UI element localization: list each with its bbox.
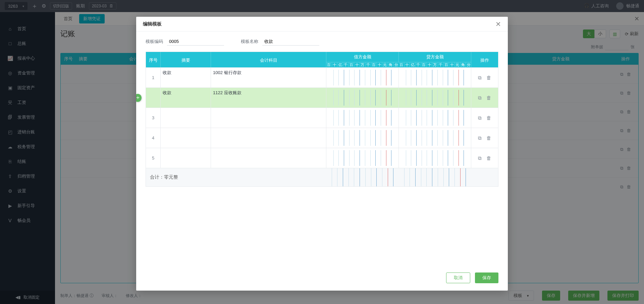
- template-code-label: 模板编码: [146, 39, 163, 45]
- template-code-input[interactable]: [167, 38, 224, 46]
- unit-label: 十: [332, 62, 338, 67]
- row-subject[interactable]: [211, 108, 326, 128]
- row-subject[interactable]: [211, 148, 326, 168]
- row-debit[interactable]: [326, 68, 399, 87]
- delete-row-icon[interactable]: 🗑: [486, 115, 491, 121]
- col-seq: 序号: [146, 52, 161, 67]
- row-credit[interactable]: [399, 88, 471, 108]
- unit-label: 分: [466, 62, 471, 67]
- row-debit[interactable]: [326, 128, 399, 148]
- template-name-input[interactable]: [262, 38, 319, 46]
- unit-label: 百: [399, 62, 405, 67]
- template-row[interactable]: 4⧉🗑: [146, 128, 498, 148]
- unit-label: 亿: [337, 62, 343, 67]
- unit-label: 亿: [410, 62, 416, 67]
- copy-row-icon[interactable]: ⧉: [478, 75, 482, 81]
- template-row[interactable]: 3⧉🗑: [146, 108, 498, 128]
- template-row[interactable]: ＋收款1122 应收账款⧉🗑: [146, 87, 498, 108]
- unit-label: 角: [461, 62, 466, 67]
- copy-row-icon[interactable]: ⧉: [478, 115, 482, 121]
- row-subject[interactable]: 1122 应收账款: [211, 88, 326, 108]
- col-deb: 借方金额: [326, 52, 399, 62]
- template-row[interactable]: 1收款1002 银行存款⧉🗑: [146, 67, 498, 87]
- unit-label: 元: [382, 62, 388, 67]
- copy-row-icon[interactable]: ⧉: [478, 155, 482, 161]
- row-debit[interactable]: [326, 108, 399, 128]
- delete-row-icon[interactable]: 🗑: [486, 135, 491, 141]
- dialog-cancel-button[interactable]: 取消: [446, 272, 470, 283]
- modal-overlay: 编辑模板 ✕ 模板编码 模板名称 序号 摘要 会计科目: [0, 0, 644, 304]
- col-sub: 会计科目: [211, 52, 326, 67]
- unit-label: 千: [343, 62, 349, 67]
- copy-row-icon[interactable]: ⧉: [478, 135, 482, 141]
- unit-label: 千: [438, 62, 444, 67]
- row-seq: 1: [146, 68, 161, 87]
- dialog-title: 编辑模板: [143, 21, 162, 27]
- unit-label: 百: [444, 62, 449, 67]
- unit-label: 十: [354, 62, 360, 67]
- unit-label: 千: [416, 62, 421, 67]
- total-label: 合计：: [150, 174, 164, 180]
- row-abstract[interactable]: [161, 108, 211, 128]
- template-name-label: 模板名称: [241, 39, 258, 45]
- row-abstract[interactable]: [161, 128, 211, 148]
- row-credit[interactable]: [399, 68, 471, 87]
- unit-label: 元: [455, 62, 461, 67]
- col-abs: 摘要: [161, 52, 211, 67]
- row-debit[interactable]: [326, 88, 399, 108]
- unit-label: 角: [388, 62, 394, 67]
- row-abstract[interactable]: 收款: [161, 68, 211, 87]
- col-cre: 贷方金额: [399, 52, 471, 62]
- row-subject[interactable]: [211, 128, 326, 148]
- row-credit[interactable]: [399, 128, 471, 148]
- unit-label: 百: [371, 62, 377, 67]
- unit-label: 千: [366, 62, 371, 67]
- row-seq: 3: [146, 108, 161, 128]
- unit-label: 十: [427, 62, 432, 67]
- dialog-close-button[interactable]: ✕: [495, 20, 501, 28]
- unit-label: 万: [432, 62, 438, 67]
- unit-label: 十: [377, 62, 382, 67]
- unit-label: 百: [421, 62, 427, 67]
- add-row-button[interactable]: ＋: [136, 94, 142, 102]
- total-text: 零元整: [164, 174, 178, 180]
- delete-row-icon[interactable]: 🗑: [486, 75, 491, 80]
- unit-label: 十: [449, 62, 455, 67]
- row-subject[interactable]: 1002 银行存款: [211, 68, 326, 87]
- row-credit[interactable]: [399, 148, 471, 168]
- row-abstract[interactable]: [161, 148, 211, 168]
- row-seq: 5: [146, 148, 161, 168]
- col-ops: 操作: [471, 52, 498, 67]
- row-seq: [146, 88, 161, 108]
- row-credit[interactable]: [399, 108, 471, 128]
- dialog-save-button[interactable]: 保存: [475, 272, 498, 283]
- row-seq: 4: [146, 128, 161, 148]
- edit-template-dialog: 编辑模板 ✕ 模板编码 模板名称 序号 摘要 会计科目: [136, 17, 508, 291]
- template-row[interactable]: 5⧉🗑: [146, 148, 498, 168]
- unit-label: 百: [349, 62, 355, 67]
- unit-label: 百: [326, 62, 332, 67]
- unit-label: 万: [360, 62, 366, 67]
- copy-row-icon[interactable]: ⧉: [478, 95, 482, 101]
- delete-row-icon[interactable]: 🗑: [486, 155, 491, 161]
- unit-label: 分: [393, 62, 399, 67]
- row-abstract[interactable]: 收款: [161, 88, 211, 108]
- template-table: 序号 摘要 会计科目 借方金额 贷方金额 百十亿千百十万千百十元角分 百十亿千百…: [146, 52, 498, 187]
- unit-label: 十: [405, 62, 410, 67]
- delete-row-icon[interactable]: 🗑: [486, 95, 491, 101]
- row-debit[interactable]: [326, 148, 399, 168]
